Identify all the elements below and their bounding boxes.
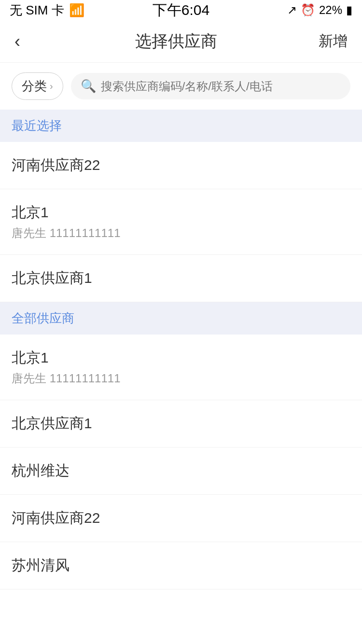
item-name: 北京1 [12, 203, 350, 223]
section-header-recent: 最近选择 [0, 110, 362, 142]
list-item[interactable]: 北京1唐先生 11111111111 [0, 189, 362, 255]
battery-icon: ▮ [346, 3, 352, 17]
search-icon: 🔍 [81, 79, 96, 94]
sim-status: 无 SIM 卡 [10, 2, 64, 19]
item-name: 北京1 [12, 348, 350, 368]
status-right: ↗ ⏰ 22% ▮ [287, 3, 352, 17]
status-left: 无 SIM 卡 📶 [10, 2, 84, 19]
wifi-icon: 📶 [69, 3, 84, 18]
list-item[interactable]: 河南供应商22 [0, 142, 362, 189]
sections-container: 最近选择河南供应商22北京1唐先生 11111111111北京供应商1全部供应商… [0, 110, 362, 589]
item-name: 河南供应商22 [12, 155, 350, 175]
item-name: 北京供应商1 [12, 414, 350, 434]
section-header-text-all: 全部供应商 [12, 311, 74, 325]
search-input-wrap: 🔍 [71, 73, 350, 99]
item-name: 苏州清风 [12, 556, 350, 575]
item-sub: 唐先生 11111111111 [12, 225, 350, 241]
page-title: 选择供应商 [43, 30, 309, 53]
item-name: 北京供应商1 [12, 268, 350, 288]
add-new-button[interactable]: 新增 [309, 31, 348, 51]
list-item[interactable]: 北京供应商1 [0, 255, 362, 302]
search-bar: 分类 › 🔍 [0, 63, 362, 110]
location-icon: ↗ [287, 3, 297, 17]
item-sub: 唐先生 11111111111 [12, 371, 350, 386]
item-name: 杭州维达 [12, 461, 350, 481]
status-time: 下午6:04 [153, 0, 209, 20]
section-header-all: 全部供应商 [0, 302, 362, 335]
search-input[interactable] [101, 80, 341, 93]
section-header-text-recent: 最近选择 [12, 118, 62, 133]
list-item[interactable]: 北京1唐先生 11111111111 [0, 335, 362, 400]
list-item[interactable]: 杭州维达 [0, 448, 362, 495]
battery-level: 22% [319, 3, 342, 17]
chevron-right-icon: › [50, 81, 53, 92]
list-item[interactable]: 北京供应商1 [0, 400, 362, 448]
nav-bar: ‹ 选择供应商 新增 [0, 20, 362, 63]
alarm-icon: ⏰ [301, 3, 315, 17]
list-item[interactable]: 河南供应商22 [0, 495, 362, 542]
category-label: 分类 [22, 78, 47, 95]
back-button[interactable]: ‹ [14, 31, 43, 52]
status-bar: 无 SIM 卡 📶 下午6:04 ↗ ⏰ 22% ▮ [0, 0, 362, 20]
list-item[interactable]: 苏州清风 [0, 542, 362, 589]
item-name: 河南供应商22 [12, 508, 350, 528]
category-button[interactable]: 分类 › [12, 72, 63, 100]
